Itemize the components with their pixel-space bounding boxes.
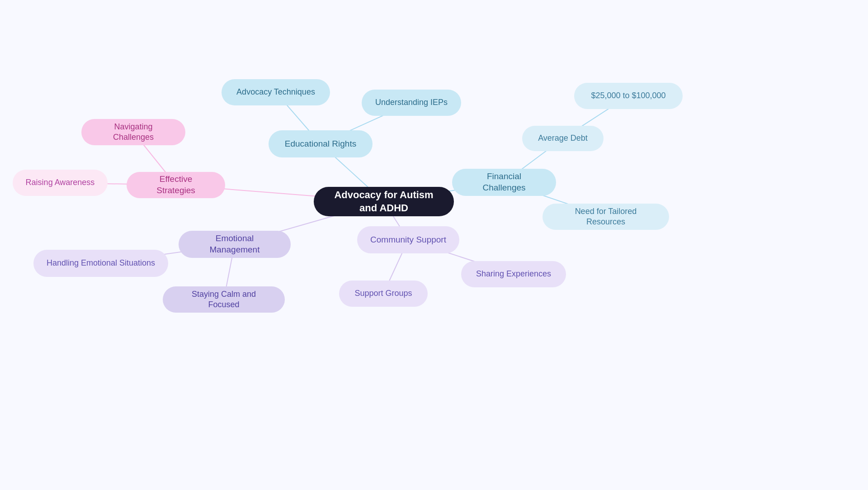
raising-awareness-node: Raising Awareness: [13, 170, 108, 196]
sharing-experiences-node: Sharing Experiences: [461, 261, 566, 287]
advocacy-techniques-node: Advocacy Techniques: [222, 79, 330, 105]
need-tailored-node: Need for Tailored Resources: [542, 204, 669, 230]
center-node: Advocacy for Autism and ADHD: [314, 187, 454, 216]
effective-strategies-node: Effective Strategies: [127, 172, 225, 198]
understanding-ieps-node: Understanding IEPs: [362, 90, 461, 116]
handling-emotional-node: Handling Emotional Situations: [33, 250, 168, 277]
average-debt-node: Average Debt: [522, 126, 604, 151]
community-support-node: Community Support: [357, 226, 459, 253]
dollar-range-node: $25,000 to $100,000: [574, 83, 683, 109]
financial-challenges-node: Financial Challenges: [452, 169, 556, 196]
educational-rights-node: Educational Rights: [269, 130, 373, 157]
navigating-challenges-node: Navigating Challenges: [81, 119, 185, 145]
emotional-management-node: Emotional Management: [179, 231, 291, 258]
support-groups-node: Support Groups: [339, 281, 428, 307]
staying-calm-node: Staying Calm and Focused: [163, 286, 285, 313]
